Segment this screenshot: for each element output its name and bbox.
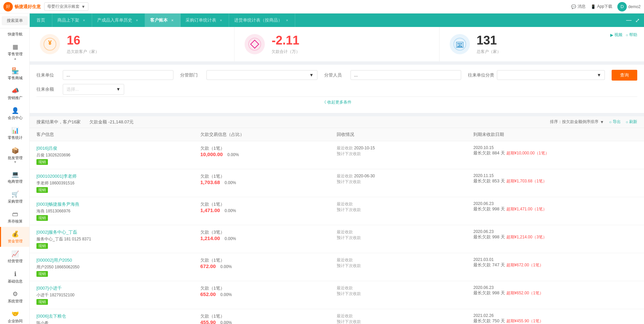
finance-icon: 💰 xyxy=(11,230,19,238)
table-row: [0001020001]李老师 李老师 18600391516 现销 欠款（1笔… xyxy=(30,169,644,197)
tab-close-icon[interactable]: × xyxy=(284,18,290,23)
overdue-link[interactable]: 超期¥10,000.00（1笔） xyxy=(506,151,549,155)
tab-product-history[interactable]: 产成品入库单历史 × xyxy=(92,13,145,27)
enterprise-icon: 🤝 xyxy=(11,310,19,318)
stat-number-debt-total: -2.11 xyxy=(272,34,300,47)
tab-customer-account[interactable]: 客户账本 × xyxy=(145,13,180,27)
sidebar-item-operation[interactable]: 📈 经营管理 xyxy=(0,247,29,267)
sort-select[interactable]: 排序：按欠款金额倒序排序 ▼ xyxy=(550,119,604,125)
debt-amount-link[interactable]: 455.90 xyxy=(200,319,216,324)
help-action[interactable]: ○ 帮助 xyxy=(626,32,637,38)
message-button[interactable]: 💬 消息 xyxy=(571,4,586,9)
recovery-latest: 最近收款 2020-10-15 xyxy=(337,145,473,151)
customer-tag: 现销 xyxy=(36,187,48,193)
user-profile[interactable]: D demo2 xyxy=(617,2,641,11)
filter-input-unit[interactable]: ... xyxy=(63,70,173,80)
tab-purchase-stats-by-product[interactable]: 进货单统计表（按商品） × xyxy=(229,13,295,27)
customer-name-link[interactable]: [0002]服务中心_丁磊 xyxy=(36,230,77,235)
due-date: 2021.03.01 xyxy=(473,257,637,262)
overdue-link[interactable]: 超期¥672.00（1笔） xyxy=(506,263,543,267)
customer-name-link[interactable]: [0016]吕俊 xyxy=(36,146,57,151)
sort-arrow-icon: ▼ xyxy=(600,120,604,124)
tab-product-shelf[interactable]: 商品上下架 × xyxy=(52,13,92,27)
store-selector[interactable]: 母婴行业演示账套 ▼ xyxy=(44,2,88,11)
topbar-left: 好 畅捷通好生意 母婴行业演示账套 ▼ xyxy=(3,2,88,11)
sidebar-item-member[interactable]: 👤 会员中心 xyxy=(0,104,29,123)
sidebar-item-retail-mgmt[interactable]: ▦ 零售管理 ▲ xyxy=(0,40,29,63)
tab-close-icon[interactable]: × xyxy=(218,18,224,23)
sidebar-item-inventory[interactable]: 🗃 库存核算 xyxy=(0,207,29,227)
filter-select-dept[interactable]: ▼ xyxy=(206,70,317,80)
debt-amount-link[interactable]: 1,471.00 xyxy=(200,207,220,213)
overdue-link[interactable]: 超期¥455.90（1笔） xyxy=(506,319,543,323)
customer-name-link[interactable]: [0006]去下粮仓 xyxy=(36,314,66,319)
filter-select-placeholder: 选择... xyxy=(66,86,79,92)
recovery-latest: 最近收款 2020-06-30 xyxy=(337,173,473,179)
customer-phone: 陈小希 xyxy=(36,320,200,324)
sidebar-item-wholesale[interactable]: 📦 批发管理 ▼ xyxy=(0,144,29,167)
tab-close-icon[interactable]: × xyxy=(170,18,175,23)
filter-input-person[interactable]: ... xyxy=(351,70,461,80)
overdue-info: 最长欠款 750 天 超期¥455.90（1笔） xyxy=(473,318,637,324)
sidebar-item-retail-mall[interactable]: 🏪 零售商城 xyxy=(0,64,29,84)
recovery-cell: 最近收款 预计下次收款 xyxy=(337,313,473,324)
app-download-button[interactable]: 📱 App下载 xyxy=(591,4,612,9)
overdue-link[interactable]: 超期¥1,214.00（3笔） xyxy=(506,235,547,239)
collapse-bar[interactable]: 《 收起更多条件 xyxy=(36,96,637,108)
debt-amount-row: 1,703.68 0.00% xyxy=(200,179,337,185)
filter-select-balance[interactable]: 选择... ▼ xyxy=(63,84,124,95)
tab-collapse-button[interactable]: — xyxy=(625,16,633,24)
stat-icon-building xyxy=(450,34,470,54)
system-icon: ⚙ xyxy=(12,290,18,298)
filter-select-category[interactable]: ▼ xyxy=(497,70,605,80)
sidebar-item-label: 批发管理 xyxy=(8,155,23,160)
sidebar-item-retail-stats[interactable]: 📊 零售统计 xyxy=(0,123,29,143)
video-action[interactable]: ▶ 视频 xyxy=(610,32,622,38)
recovery-cell: 最近收款 预计下次收款 xyxy=(337,285,473,297)
customer-name-link[interactable]: [0007]小进千 xyxy=(36,286,62,291)
recovery-cell: 最近收款 预计下次收款 xyxy=(337,229,473,241)
refresh-button[interactable]: ○ 刷新 xyxy=(626,119,637,125)
debt-amount-link[interactable]: 652.00 xyxy=(200,291,216,297)
query-button[interactable]: 查询 xyxy=(612,70,637,81)
sidebar-item-basic-info[interactable]: ℹ 基础信息 xyxy=(0,267,29,287)
tab-close-icon[interactable]: × xyxy=(81,18,87,23)
sidebar-item-quick-nav[interactable]: 快捷导航 xyxy=(0,28,29,40)
sidebar-item-system[interactable]: ⚙ 系统管理 xyxy=(0,287,29,307)
tab-bar-actions: — ⤢ xyxy=(625,16,644,25)
customer-phone: 海燕 18513066976 xyxy=(36,208,200,214)
debt-count: 欠款（1笔） xyxy=(200,201,337,207)
debt-amount-link[interactable]: 10,000.00 xyxy=(200,151,223,157)
sidebar-item-finance[interactable]: 💰 资金管理 xyxy=(0,227,29,247)
table-row: [0002]服务中心_丁磊 服务中心_丁磊 181 0125 8371 现销 欠… xyxy=(30,225,644,253)
customer-info-cell: [0003]畅捷服务尹海燕 海燕 18513066976 现销 xyxy=(36,201,200,221)
export-icon: ○ xyxy=(609,120,612,124)
tab-label: 产成品入库单历史 xyxy=(97,17,132,23)
overdue-link[interactable]: 超期¥652.00（1笔） xyxy=(506,291,543,295)
tab-close-icon[interactable]: × xyxy=(134,18,140,23)
results-text: 搜索结果中，客户16家 欠款金额 -21,148.07元 xyxy=(36,119,134,125)
tab-home[interactable]: 首页 xyxy=(30,13,52,27)
debt-info-cell: 欠款（3笔） 1,214.00 0.00% xyxy=(200,229,337,241)
due-date-cell: 2020.06.23 最长欠款 998 天 超期¥1,214.00（3笔） xyxy=(473,229,637,240)
customer-name-link[interactable]: [0001020001]李老师 xyxy=(36,174,77,179)
svg-rect-6 xyxy=(457,43,459,45)
debt-amount-link[interactable]: 1,703.68 xyxy=(200,179,220,185)
sidebar-item-marketing[interactable]: 📣 营销推广 xyxy=(0,84,29,104)
debt-amount-link[interactable]: 1,214.00 xyxy=(200,235,220,241)
tab-purchase-order-stats[interactable]: 采购订单统计表 × xyxy=(180,13,229,27)
sidebar-item-ecommerce[interactable]: 💻 电商管理 xyxy=(0,167,29,187)
export-button[interactable]: ○ 导出 xyxy=(609,119,621,125)
recovery-latest: 最近收款 xyxy=(337,313,473,319)
tab-expand-button[interactable]: ⤢ xyxy=(634,16,641,25)
tab-label: 客户账本 xyxy=(150,17,168,23)
search-menu-button[interactable]: 搜索菜单 xyxy=(2,16,28,25)
overdue-link[interactable]: 超期¥1,703.68（1笔） xyxy=(506,179,547,183)
sidebar-item-purchase[interactable]: 🛒 采购管理 xyxy=(0,187,29,207)
customer-name-link[interactable]: [000002]用户2050 xyxy=(36,258,72,263)
debt-amount-link[interactable]: 672.00 xyxy=(200,263,216,269)
overdue-link[interactable]: 超期¥1,471.00（1笔） xyxy=(506,207,547,211)
debt-count: 欠款（1笔） xyxy=(200,257,337,263)
sidebar-item-enterprise[interactable]: 🤝 企业协同 xyxy=(0,307,29,324)
customer-name-link[interactable]: [0003]畅捷服务尹海燕 xyxy=(36,202,79,207)
